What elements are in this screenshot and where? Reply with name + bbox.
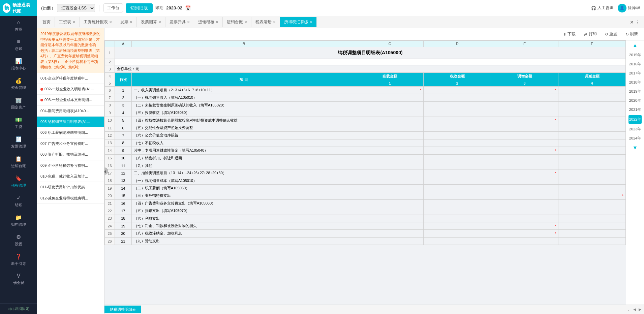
cell-line-15[interactable]: 10 (115, 154, 132, 162)
cell-c3-6[interactable]: * (491, 87, 558, 94)
cell-c4-26[interactable] (558, 237, 626, 245)
cell-c2-14[interactable] (424, 147, 491, 154)
cell-c1-9[interactable] (356, 109, 424, 117)
cell-item-11[interactable]: （五）交易性金融资产初始投资调整 (132, 124, 356, 131)
list-item-009[interactable]: 009-企业所得税弥补亏损明... (37, 160, 104, 171)
cell-item-14[interactable]: 其中：专项用途财政性资金（填写A105040） (132, 147, 356, 154)
sidebar-item-finance[interactable]: 💰 资金管理 (0, 74, 37, 94)
cell-item-20[interactable]: （三）业务招待费支出 (132, 192, 356, 199)
cell-c1-15[interactable] (356, 154, 424, 162)
tab-close-salary[interactable]: ✕ (72, 20, 75, 24)
year-item-2021年[interactable]: 2021年 (627, 105, 643, 114)
cell-c1-7[interactable] (356, 94, 424, 101)
cell-item-8[interactable]: （二）未按权责发生制原则确认的收入（填写A105020） (132, 101, 356, 109)
list-item-003[interactable]: 003-一般企业成本支出明细... (37, 95, 104, 105)
list-item-012[interactable]: 012-减免企业所得税优惠明... (37, 193, 104, 204)
cell-item-17[interactable]: 二、扣除类调整项目（13+14+…24+26+27+28+29+30） (132, 169, 356, 177)
tab-home[interactable]: 首页 (38, 17, 55, 27)
close-tab-icon[interactable]: ✕ (630, 20, 634, 25)
cell-line-20[interactable]: 15 (115, 192, 132, 199)
cell-item-6[interactable]: 一、收入类调整项目（2+3+4+5+6+7+8+10+11） (132, 87, 356, 94)
cell-c3-18[interactable] (491, 177, 558, 184)
cell-c2-8[interactable] (424, 101, 491, 109)
cell-c4-19[interactable] (558, 185, 626, 192)
company-select[interactable]: 江西股金-LSS (57, 4, 95, 12)
cell-c2-13[interactable] (424, 139, 491, 147)
cell-c2-20[interactable] (424, 192, 491, 199)
cell-item-19[interactable]: （二）职工薪酬（填写A105050） (132, 185, 356, 192)
cell-c3-24[interactable]: * (491, 222, 558, 230)
cell-line-17[interactable]: 12 (115, 169, 132, 177)
cell-c4-12[interactable] (558, 132, 626, 139)
cell-line-12[interactable]: 7 (115, 132, 132, 139)
cell-c2-17[interactable] (424, 169, 491, 177)
cell-c3-23[interactable] (491, 215, 558, 222)
cell-c4-18[interactable] (558, 177, 626, 184)
cell-c2-7[interactable] (424, 94, 491, 101)
switch-version-button[interactable]: 切到旧版 (126, 3, 153, 13)
cell-c4-14[interactable] (558, 147, 626, 154)
cell-c3-7[interactable] (491, 94, 558, 101)
service-link[interactable]: 🎧 人工咨询 (591, 5, 614, 11)
calendar-icon[interactable]: 📅 (185, 5, 191, 11)
tab-invoice[interactable]: 发票 ✕ (116, 17, 137, 27)
year-item-2017年[interactable]: 2017年 (627, 69, 643, 78)
year-item-2024年[interactable]: 2024年 (627, 134, 643, 143)
cell-c3-16[interactable] (491, 162, 558, 169)
tab-salary-report[interactable]: 工资统计报表 ✕ (80, 17, 116, 27)
cell-c2-22[interactable] (424, 207, 491, 215)
cell-item-9[interactable]: （三）投资收益（填写A105030） (132, 109, 356, 117)
reset-button[interactable]: ↺ 重置 (603, 30, 619, 38)
cell-line-19[interactable]: 14 (115, 185, 132, 192)
cell-c2-9[interactable] (424, 109, 491, 117)
tab-tax-clear[interactable]: 税表清册 ✕ (251, 17, 280, 27)
cell-item-18[interactable]: （一）视同销售成本（填写A105010） (132, 177, 356, 184)
cell-line-26[interactable]: 21 (115, 237, 132, 245)
cell-c3-17[interactable]: * (491, 169, 558, 177)
cell-line-6[interactable]: 1 (115, 87, 132, 94)
cell-c4-23[interactable] (558, 215, 626, 222)
list-item-005[interactable]: 005-纳税调整项目明细表(A1... (37, 117, 104, 127)
cell-line-16[interactable]: 11 (115, 162, 132, 169)
tab-close-invoice-open[interactable]: ✕ (187, 20, 190, 24)
year-down-button[interactable]: ▼ (631, 143, 640, 153)
year-item-2022年[interactable]: 2022年 (628, 115, 642, 124)
tab-income-tax[interactable]: 所得税汇算缴 ✕ (280, 17, 317, 27)
list-item-006[interactable]: 006-职工薪酬纳税调整明细... (37, 127, 104, 138)
cell-c1-6[interactable]: * (356, 87, 424, 94)
sidebar-item-salary[interactable]: 💵 工资 (0, 113, 37, 133)
cell-line-10[interactable]: 5 (115, 117, 132, 124)
sheet-tab-button[interactable]: 纳税调整明细表 (104, 306, 141, 313)
refresh-button[interactable]: ↻ 刷新 (623, 30, 640, 38)
sidebar-item-home[interactable]: ⌂ 首页 (0, 16, 37, 35)
cell-c1-12[interactable] (356, 132, 424, 139)
sidebar-item-settle[interactable]: ✓ 结账 (0, 191, 37, 211)
list-item-002[interactable]: 002-一般企业收入明细表(A1... (37, 84, 104, 95)
tab-close-inbound-tax[interactable]: ✕ (216, 20, 218, 24)
tab-invoice-calc[interactable]: 发票测算 ✕ (137, 17, 165, 27)
cell-c4-17[interactable] (558, 169, 626, 177)
cell-c2-16[interactable] (424, 162, 491, 169)
cell-c2-25[interactable] (424, 230, 491, 237)
list-item-004[interactable]: 004-期间费用明细表(A1040... (37, 106, 104, 117)
cell-item-13[interactable]: （七）不征税收入 (132, 139, 356, 147)
cell-c2-6[interactable] (424, 87, 491, 94)
cell-c3-14[interactable]: * (491, 147, 558, 154)
cell-item-12[interactable]: （六）公允价值变动净损益 (132, 132, 356, 139)
cell-c3-11[interactable] (491, 124, 558, 131)
cell-c2-26[interactable] (424, 237, 491, 245)
sidebar-item-archive[interactable]: 📁 归档管理 (0, 211, 37, 230)
year-item-2015年[interactable]: 2015年 (627, 51, 643, 60)
year-item-2019年[interactable]: 2019年 (627, 87, 643, 96)
cell-line-18[interactable]: 13 (115, 177, 132, 184)
cell-item-22[interactable]: （五）捐赠支出（填写A105070） (132, 207, 356, 215)
cell-line-13[interactable]: 8 (115, 139, 132, 147)
tab-close-income-tax[interactable]: ✕ (310, 20, 312, 24)
cell-c1-26[interactable] (356, 237, 424, 245)
cell-item-15[interactable]: （八）销售折扣、折让和退回 (132, 154, 356, 162)
cell-c4-21[interactable] (558, 199, 626, 207)
cell-c1-19[interactable] (356, 185, 424, 192)
cell-c1-8[interactable] (356, 101, 424, 109)
cell-line-25[interactable]: 20 (115, 230, 132, 237)
cell-c3-22[interactable] (491, 207, 558, 215)
